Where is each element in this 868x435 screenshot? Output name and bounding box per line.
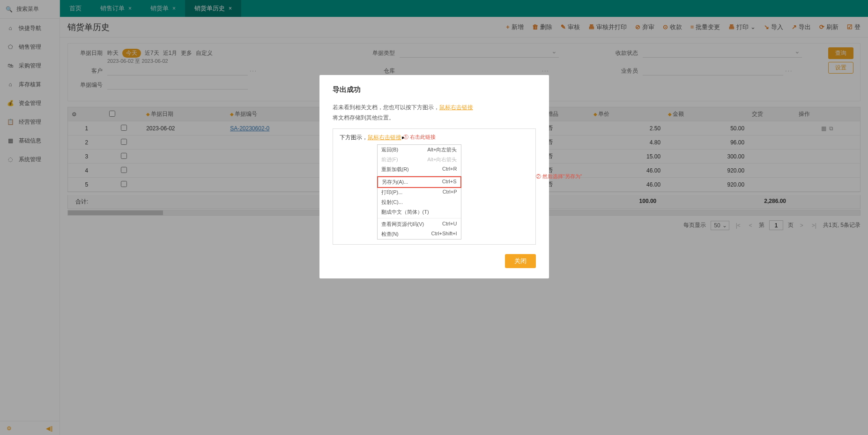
ctx-menu-item: 查看网页源代码(V)Ctrl+U [378, 219, 461, 229]
right-click-link[interactable]: 鼠标右击链接 [439, 104, 473, 111]
ctx-menu-item: 翻成中文（简体）(T) [378, 207, 461, 217]
modal-overlay: 导出成功 若未看到相关文档，您也可以按下方图示，鼠标右击链接 将文档存储到其他位… [0, 0, 868, 435]
export-success-modal: 导出成功 若未看到相关文档，您也可以按下方图示，鼠标右击链接 将文档存储到其他位… [319, 75, 549, 278]
modal-title: 导出成功 [333, 85, 536, 94]
instruction-illustration: 下方图示，鼠标右击链接 ▸ ① 右击此链接 返回(B)Alt+向左箭头前进(F)… [333, 128, 536, 245]
ctx-menu-item: 投射(C)... [378, 197, 461, 207]
ctx-menu-item: 打印(P)...Ctrl+P [378, 188, 461, 197]
instr-link: 鼠标右击链接 [368, 134, 401, 141]
callout-2: ② 然后选择"另存为" [536, 173, 582, 180]
ctx-menu-item: 重新加载(R)Ctrl+R [378, 165, 461, 174]
callout-1: ① 右击此链接 [403, 134, 436, 141]
ctx-menu-item: 前进(F)Alt+向右箭头 [378, 155, 461, 165]
modal-description: 若未看到相关文档，您也可以按下方图示，鼠标右击链接 将文档存储到其他位置。 [333, 103, 536, 123]
context-menu-illustration: 返回(B)Alt+向左箭头前进(F)Alt+向右箭头重新加载(R)Ctrl+R另… [377, 144, 461, 240]
modal-close-button[interactable]: 关闭 [505, 254, 536, 268]
ctx-menu-item: 检查(N)Ctrl+Shift+I [378, 229, 461, 239]
ctx-menu-item: 另存为(A)...Ctrl+S [377, 176, 461, 188]
ctx-menu-item: 返回(B)Alt+向左箭头 [378, 145, 461, 155]
